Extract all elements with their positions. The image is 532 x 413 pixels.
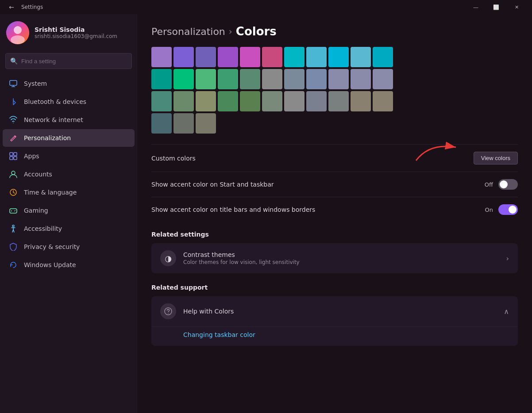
accent-taskbar-row: Show accent color on Start and taskbar O… bbox=[151, 172, 518, 197]
color-swatch[interactable] bbox=[240, 47, 260, 67]
help-content: Changing taskbar color bbox=[151, 326, 518, 346]
color-swatch[interactable] bbox=[196, 113, 216, 134]
help-header-left: Help with Colors bbox=[160, 303, 234, 319]
changing-taskbar-color-link[interactable]: Changing taskbar color bbox=[183, 331, 255, 338]
color-swatch[interactable] bbox=[151, 69, 172, 89]
svg-rect-8 bbox=[14, 153, 17, 156]
color-swatch[interactable] bbox=[284, 69, 305, 89]
color-swatch[interactable] bbox=[151, 113, 172, 134]
minimize-button[interactable]: — bbox=[466, 0, 486, 14]
svg-point-16 bbox=[14, 210, 15, 211]
app-title: Settings bbox=[21, 4, 43, 10]
color-swatch[interactable] bbox=[173, 113, 194, 134]
chevron-right-icon: › bbox=[506, 254, 509, 263]
accent-taskbar-right: Off bbox=[485, 179, 518, 190]
view-colors-button[interactable]: View colors bbox=[474, 152, 518, 164]
color-swatch[interactable] bbox=[151, 47, 172, 67]
privacy-icon bbox=[9, 242, 18, 251]
close-button[interactable]: ✕ bbox=[506, 0, 527, 14]
svg-point-18 bbox=[12, 225, 14, 227]
titlebar-left: ← Settings bbox=[5, 1, 43, 13]
maximize-button[interactable]: ⬜ bbox=[486, 0, 506, 14]
svg-point-11 bbox=[12, 171, 15, 175]
breadcrumb-separator: › bbox=[229, 26, 232, 37]
sidebar-item-personalization[interactable]: Personalization bbox=[3, 129, 135, 147]
color-swatch[interactable] bbox=[328, 91, 349, 111]
color-swatch[interactable] bbox=[351, 69, 371, 89]
accent-borders-right: On bbox=[485, 204, 518, 215]
sidebar-item-gaming[interactable]: Gaming bbox=[3, 202, 135, 219]
color-swatch[interactable] bbox=[218, 47, 238, 67]
user-email: srishti.sisodia1603@gmail.com bbox=[35, 33, 117, 39]
card-text: Contrast themes Color themes for low vis… bbox=[183, 251, 300, 265]
sidebar-item-apps[interactable]: Apps bbox=[3, 147, 135, 165]
accent-borders-status: On bbox=[485, 206, 493, 213]
sidebar-item-system[interactable]: System bbox=[3, 75, 135, 92]
help-title: Help with Colors bbox=[183, 308, 234, 315]
color-swatch[interactable] bbox=[373, 69, 393, 89]
color-swatch[interactable] bbox=[240, 69, 260, 89]
color-swatch[interactable] bbox=[218, 91, 238, 111]
sidebar-item-privacy[interactable]: Privacy & security bbox=[3, 238, 135, 256]
color-swatch[interactable] bbox=[328, 69, 349, 89]
contrast-themes-icon: ◑ bbox=[160, 250, 176, 266]
color-swatch[interactable] bbox=[373, 91, 393, 111]
accessibility-icon bbox=[9, 224, 18, 233]
sidebar-item-network[interactable]: Network & internet bbox=[3, 111, 135, 129]
color-swatch[interactable] bbox=[284, 91, 305, 111]
color-swatch[interactable] bbox=[240, 91, 260, 111]
apps-icon bbox=[9, 152, 18, 161]
color-swatch[interactable] bbox=[196, 91, 216, 111]
color-swatch[interactable] bbox=[351, 91, 371, 111]
help-icon bbox=[160, 303, 176, 319]
user-info: Srishti Sisodia srishti.sisodia1603@gmai… bbox=[35, 26, 117, 39]
color-swatch[interactable] bbox=[373, 47, 393, 67]
custom-colors-label: Custom colors bbox=[151, 155, 196, 162]
color-swatch[interactable] bbox=[328, 47, 349, 67]
back-button[interactable]: ← bbox=[5, 1, 18, 13]
sidebar-item-time[interactable]: Time & language bbox=[3, 184, 135, 201]
svg-point-1 bbox=[14, 26, 22, 34]
sidebar-item-bluetooth[interactable]: Bluetooth & devices bbox=[3, 93, 135, 111]
color-swatch[interactable] bbox=[284, 47, 305, 67]
breadcrumb-parent[interactable]: Personalization bbox=[151, 26, 225, 37]
sidebar-item-accounts[interactable]: Accounts bbox=[3, 165, 135, 183]
color-swatch[interactable] bbox=[306, 91, 327, 111]
accent-taskbar-status: Off bbox=[485, 181, 493, 188]
sidebar-item-update[interactable]: Windows Update bbox=[3, 256, 135, 274]
search-input[interactable] bbox=[21, 58, 127, 65]
color-swatch[interactable] bbox=[306, 47, 327, 67]
contrast-themes-subtitle: Color themes for low vision, light sensi… bbox=[183, 259, 300, 265]
color-swatch[interactable] bbox=[262, 69, 282, 89]
color-swatch[interactable] bbox=[173, 69, 194, 89]
svg-point-2 bbox=[11, 35, 25, 44]
accent-taskbar-toggle[interactable] bbox=[498, 179, 518, 190]
color-swatch[interactable] bbox=[262, 47, 282, 67]
card-left: ◑ Contrast themes Color themes for low v… bbox=[160, 250, 300, 266]
svg-rect-3 bbox=[10, 80, 17, 85]
color-swatch[interactable] bbox=[351, 47, 371, 67]
color-swatch[interactable] bbox=[196, 69, 216, 89]
color-swatch[interactable] bbox=[262, 91, 282, 111]
sidebar-item-accessibility[interactable]: Accessibility bbox=[3, 220, 135, 237]
color-swatch[interactable] bbox=[306, 69, 327, 89]
titlebar: ← Settings — ⬜ ✕ bbox=[0, 0, 532, 14]
accent-taskbar-label: Show accent color on Start and taskbar bbox=[151, 181, 274, 188]
sidebar-item-label: Network & internet bbox=[24, 116, 83, 123]
color-swatch[interactable] bbox=[173, 91, 194, 111]
help-with-colors-header[interactable]: Help with Colors ∧ bbox=[151, 296, 518, 326]
accounts-icon bbox=[9, 170, 18, 179]
accent-borders-toggle[interactable] bbox=[498, 204, 518, 215]
network-icon bbox=[9, 115, 18, 124]
color-swatch[interactable] bbox=[196, 47, 216, 67]
app-body: Srishti Sisodia srishti.sisodia1603@gmai… bbox=[0, 14, 532, 413]
search-container: 🔍 bbox=[0, 53, 137, 74]
user-profile[interactable]: Srishti Sisodia srishti.sisodia1603@gmai… bbox=[0, 14, 137, 53]
color-swatch[interactable] bbox=[173, 47, 194, 67]
color-swatch[interactable] bbox=[218, 69, 238, 89]
contrast-themes-card[interactable]: ◑ Contrast themes Color themes for low v… bbox=[151, 243, 518, 273]
content-area: Personalization › Colors Custom colors bbox=[137, 14, 532, 413]
svg-rect-7 bbox=[10, 153, 13, 156]
search-box[interactable]: 🔍 bbox=[5, 53, 132, 69]
color-swatch[interactable] bbox=[151, 91, 172, 111]
